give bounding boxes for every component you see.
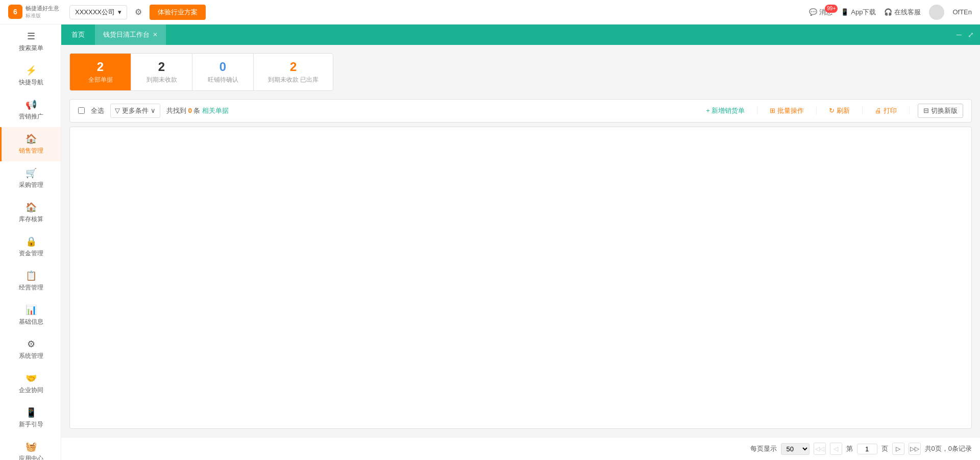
stat-card-all[interactable]: 2 全部单据 bbox=[70, 54, 131, 90]
top-bar: 6 畅捷通好生意 标准版 XXXXXX公司 ▾ ⚙ 体验行业方案 💬 消息 99… bbox=[0, 0, 980, 25]
chevron-icon: ∨ bbox=[151, 107, 156, 114]
logo-icon: 6 bbox=[8, 5, 22, 19]
avatar[interactable] bbox=[929, 5, 944, 20]
stat-card-pending[interactable]: 0 旺铺待确认 bbox=[192, 54, 254, 90]
stat-label-shipped: 到期未收款 已出库 bbox=[268, 76, 318, 84]
divider bbox=[757, 107, 757, 115]
sidebar-label-marketing: 营销推广 bbox=[19, 112, 43, 121]
result-link[interactable]: 相关单据 bbox=[202, 107, 229, 114]
sidebar-label-search-menu: 搜索菜单 bbox=[19, 44, 43, 53]
stat-number-pending: 0 bbox=[207, 60, 239, 75]
sidebar-item-basic-info[interactable]: 📊 基础信息 bbox=[0, 298, 61, 332]
next-page-button[interactable]: ▷ bbox=[892, 443, 904, 455]
prev-page-button[interactable]: ◁ bbox=[830, 443, 842, 455]
tab-expand-icon[interactable]: ⤢ bbox=[966, 29, 976, 41]
sidebar-item-search-menu[interactable]: ☰ 搜索菜单 bbox=[0, 25, 61, 59]
per-page-select[interactable]: 50 100 200 bbox=[781, 443, 810, 455]
tab-cash-goods[interactable]: 钱货日清工作台 ✕ bbox=[95, 25, 166, 45]
stat-label-all: 全部单据 bbox=[84, 76, 116, 84]
sidebar-label-enterprise: 企业协同 bbox=[19, 386, 43, 395]
sidebar-label-app-center: 应用中心 bbox=[19, 454, 43, 460]
sidebar-item-finance[interactable]: 🔒 资金管理 bbox=[0, 230, 61, 264]
toolbar: 全选 ▽ 更多条件 ∨ 共找到 0 条 相关单据 + 新增销货单 bbox=[69, 99, 972, 123]
sidebar-label-basic-info: 基础信息 bbox=[19, 318, 43, 326]
sidebar-item-app-center[interactable]: 🧺 应用中心 bbox=[0, 435, 61, 460]
basic-info-icon: 📊 bbox=[26, 304, 37, 316]
company-name: XXXXXX公司 bbox=[75, 8, 115, 17]
first-page-button[interactable]: ◁◁ bbox=[814, 443, 826, 455]
per-page-label: 每页显示 bbox=[750, 444, 777, 453]
chevron-down-icon: ▾ bbox=[118, 8, 121, 16]
last-page-button[interactable]: ▷▷ bbox=[909, 443, 921, 455]
stat-card-shipped[interactable]: 2 到期未收款 已出库 bbox=[254, 54, 333, 90]
sales-icon: 🏠 bbox=[26, 133, 37, 144]
sidebar: ☰ 搜索菜单 ⚡ 快捷导航 📢 营销推广 🏠 销售管理 🛒 采购管理 🏠 库存核… bbox=[0, 25, 61, 460]
app-download-button[interactable]: 📱 App下载 bbox=[841, 8, 876, 17]
stat-card-overdue[interactable]: 2 到期未收款 bbox=[131, 54, 192, 90]
message-icon: 💬 bbox=[809, 8, 817, 16]
tab-bar-actions: ─ ⤢ bbox=[954, 29, 980, 41]
page-label: 第 bbox=[846, 444, 853, 453]
total-records-label: 共0页，0条记录 bbox=[925, 444, 972, 453]
print-button[interactable]: 🖨 打印 bbox=[871, 104, 901, 117]
batch-operation-button[interactable]: ⊞ 批量操作 bbox=[766, 104, 808, 117]
online-service-button[interactable]: 🎧 在线客服 bbox=[884, 8, 921, 17]
settings-button[interactable]: ⚙ bbox=[131, 5, 145, 19]
stat-label-overdue: 到期未收款 bbox=[145, 76, 178, 84]
pagination-bar: 每页显示 50 100 200 ◁◁ ◁ 第 页 ▷ ▷▷ 共0页，0条记录 bbox=[61, 437, 980, 460]
switch-icon: ⊟ bbox=[923, 107, 929, 114]
sidebar-item-purchase[interactable]: 🛒 采购管理 bbox=[0, 161, 61, 196]
add-sales-order-button[interactable]: + 新增销货单 bbox=[702, 104, 749, 117]
tab-home[interactable]: 首页 bbox=[61, 25, 95, 45]
download-icon: 📱 bbox=[841, 8, 849, 16]
sidebar-label-quick-nav: 快捷导航 bbox=[19, 78, 43, 87]
sidebar-label-system: 系统管理 bbox=[19, 352, 43, 360]
headset-icon: 🎧 bbox=[884, 8, 892, 16]
brand-name: 畅捷通好生意 bbox=[26, 5, 59, 12]
page-unit: 页 bbox=[881, 444, 888, 453]
sidebar-item-marketing[interactable]: 📢 营销推广 bbox=[0, 93, 61, 127]
sidebar-label-operations: 经营管理 bbox=[19, 283, 43, 292]
finance-icon: 🔒 bbox=[26, 236, 37, 247]
content-area: 2 全部单据 2 到期未收款 0 旺铺待确认 2 到期未收款 已出库 bbox=[61, 45, 980, 437]
select-all-label: 全选 bbox=[91, 106, 104, 115]
page-number-input[interactable] bbox=[857, 444, 877, 454]
tab-minimize-icon[interactable]: ─ bbox=[954, 29, 964, 41]
table-area bbox=[69, 127, 972, 429]
sidebar-item-inventory[interactable]: 🏠 库存核算 bbox=[0, 196, 61, 230]
company-selector[interactable]: XXXXXX公司 ▾ bbox=[69, 5, 127, 19]
trial-button[interactable]: 体验行业方案 bbox=[150, 5, 206, 20]
filter-button[interactable]: ▽ 更多条件 ∨ bbox=[110, 104, 160, 118]
inventory-icon: 🏠 bbox=[26, 202, 37, 213]
stats-cards: 2 全部单据 2 到期未收款 0 旺铺待确认 2 到期未收款 已出库 bbox=[69, 53, 333, 91]
sidebar-label-inventory: 库存核算 bbox=[19, 215, 43, 224]
result-count: 0 bbox=[188, 107, 192, 114]
sidebar-item-system[interactable]: ⚙ 系统管理 bbox=[0, 332, 61, 367]
sidebar-item-sales[interactable]: 🏠 销售管理 bbox=[0, 127, 61, 161]
main-layout: ☰ 搜索菜单 ⚡ 快捷导航 📢 营销推广 🏠 销售管理 🛒 采购管理 🏠 库存核… bbox=[0, 25, 980, 460]
sidebar-item-operations[interactable]: 📋 经营管理 bbox=[0, 264, 61, 298]
system-icon: ⚙ bbox=[27, 338, 35, 350]
stat-number-overdue: 2 bbox=[145, 60, 178, 75]
select-all-checkbox[interactable] bbox=[78, 107, 85, 114]
result-text: 共找到 0 条 相关单据 bbox=[166, 106, 229, 115]
switch-version-button[interactable]: ⊟ 切换新版 bbox=[918, 104, 963, 118]
toolbar-right: + 新增销货单 ⊞ 批量操作 ↻ 刷新 🖨 bbox=[702, 104, 963, 118]
operations-icon: 📋 bbox=[26, 270, 37, 281]
tab-close-icon[interactable]: ✕ bbox=[153, 32, 158, 38]
stat-number-shipped: 2 bbox=[268, 60, 318, 75]
stat-number-all: 2 bbox=[84, 60, 116, 75]
quick-nav-icon: ⚡ bbox=[26, 65, 37, 76]
sidebar-label-purchase: 采购管理 bbox=[19, 181, 43, 189]
sidebar-item-quick-nav[interactable]: ⚡ 快捷导航 bbox=[0, 59, 61, 93]
sidebar-item-enterprise[interactable]: 🤝 企业协同 bbox=[0, 367, 61, 401]
refresh-button[interactable]: ↻ 刷新 bbox=[825, 104, 854, 117]
username-label: OfTEn bbox=[952, 8, 972, 16]
purchase-icon: 🛒 bbox=[26, 167, 37, 179]
batch-icon: ⊞ bbox=[770, 107, 775, 114]
guide-icon: 📱 bbox=[26, 407, 37, 418]
sidebar-item-guide[interactable]: 📱 新手引导 bbox=[0, 401, 61, 435]
stat-label-pending: 旺铺待确认 bbox=[207, 76, 239, 84]
messages-badge: 99+ bbox=[825, 5, 838, 13]
messages-button[interactable]: 💬 消息 99+ bbox=[809, 8, 832, 17]
